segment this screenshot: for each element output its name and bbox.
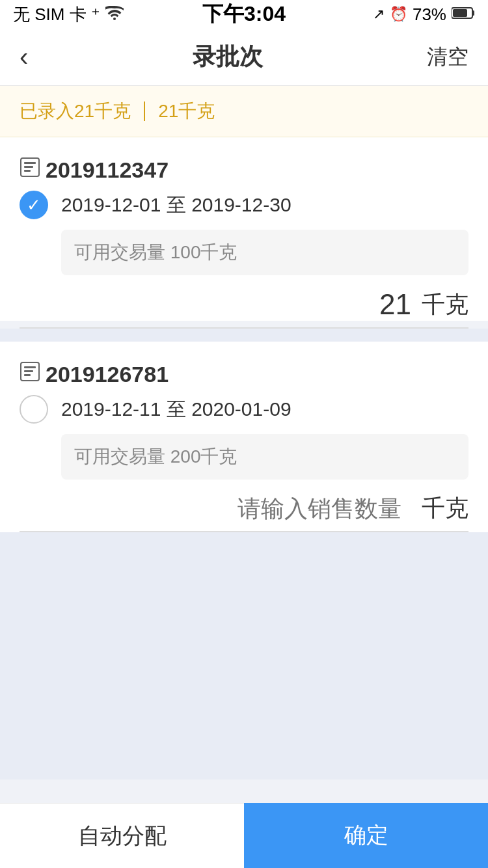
svg-rect-6 (24, 170, 31, 172)
auto-distribute-label: 自动分配 (78, 821, 167, 851)
svg-rect-1 (472, 10, 474, 16)
svg-rect-10 (24, 374, 31, 376)
recorded-label: 已录入21千克 (20, 99, 131, 124)
section-divider (0, 329, 488, 342)
back-button[interactable]: ‹ (20, 42, 28, 72)
wifi-icon (105, 5, 124, 25)
svg-rect-5 (24, 166, 33, 168)
location-icon: ↗ (373, 6, 385, 23)
batch-1-date: 2019-12-01 至 2019-12-30 (61, 192, 291, 219)
banner-divider (144, 102, 145, 121)
batch-2-input-row: 千克 (0, 480, 488, 524)
check-icon: ✓ (27, 195, 41, 215)
batch-2-available: 可用交易量 200千克 (61, 434, 468, 480)
page-title: 录批次 (193, 41, 263, 73)
nav-bar: ‹ 录批次 清空 (0, 29, 488, 86)
batch-2-unit: 千克 (422, 493, 468, 524)
info-banner: 已录入21千克 21千克 (0, 86, 488, 137)
status-left: 无 SIM 卡 ⁺ (13, 3, 124, 26)
battery-label: 73% (413, 5, 446, 25)
batch-1-available: 可用交易量 100千克 (61, 230, 468, 275)
bottom-bar: 自动分配 确定 (0, 803, 488, 868)
status-time: 下午3:04 (202, 0, 286, 29)
batch-2-id: 2019126781 (46, 362, 169, 387)
status-bar: 无 SIM 卡 ⁺ 下午3:04 ↗ ⏰ 73% (0, 0, 488, 29)
batch-2-quantity-input[interactable] (216, 495, 411, 522)
svg-rect-9 (24, 370, 33, 372)
svg-rect-8 (24, 366, 36, 368)
batch-item-2: 2019126781 2019-12-11 至 2020-01-09 可用交易量… (0, 342, 488, 532)
battery-icon (452, 5, 475, 23)
batch-1-quantity-value: 21 (379, 288, 411, 321)
batch-2-date-row[interactable]: 2019-12-11 至 2020-01-09 (20, 395, 468, 424)
batch-1-quantity-row: 21 千克 (0, 275, 488, 321)
batch-2-date: 2019-12-11 至 2020-01-09 (61, 396, 291, 423)
gray-area (0, 532, 488, 780)
total-label: 21千克 (158, 99, 215, 124)
batch-2-content: 2019126781 2019-12-11 至 2020-01-09 可用交易量… (0, 342, 488, 480)
batch-1-id: 2019112347 (46, 157, 169, 183)
clear-button[interactable]: 清空 (427, 43, 468, 72)
batch-item-1: 2019112347 ✓ 2019-12-01 至 2019-12-30 可用交… (0, 137, 488, 275)
batch-2-radio[interactable] (20, 395, 48, 424)
status-right: ↗ ⏰ 73% (373, 5, 475, 25)
confirm-label: 确定 (344, 821, 388, 850)
batch-2-icon (20, 361, 40, 387)
svg-rect-2 (453, 9, 467, 17)
batch-1-radio[interactable]: ✓ (20, 191, 48, 219)
auto-distribute-button[interactable]: 自动分配 (0, 803, 244, 868)
batch-1-date-row[interactable]: ✓ 2019-12-01 至 2019-12-30 (20, 191, 468, 219)
batch-1-header: 2019112347 (20, 157, 468, 183)
confirm-button[interactable]: 确定 (244, 803, 488, 868)
sim-label: 无 SIM 卡 ⁺ (13, 3, 100, 26)
batch-2-header: 2019126781 (20, 361, 468, 387)
batch-1-quantity-unit: 千克 (422, 289, 468, 321)
batch-1-icon (20, 157, 40, 183)
alarm-icon: ⏰ (390, 6, 407, 23)
svg-rect-4 (24, 162, 36, 164)
